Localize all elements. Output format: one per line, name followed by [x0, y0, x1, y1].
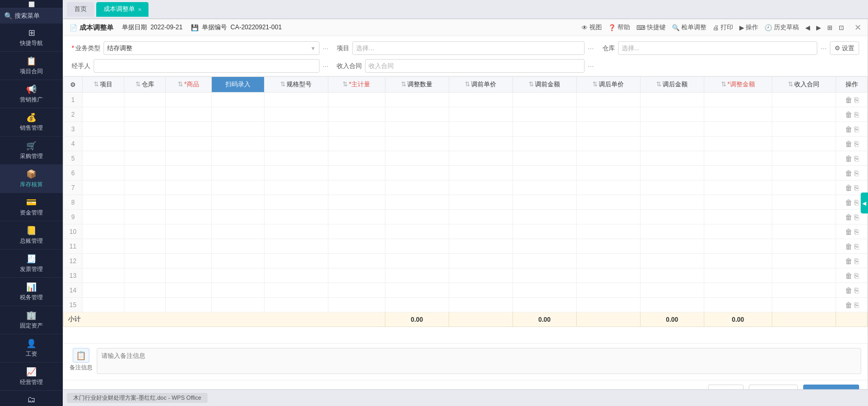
cell-after-amount[interactable]	[640, 107, 704, 122]
cell-project[interactable]	[83, 298, 124, 312]
cell-project[interactable]	[83, 254, 124, 268]
cell-prev-amount[interactable]	[512, 122, 576, 137]
cell-warehouse[interactable]	[124, 151, 166, 166]
tab-close-button[interactable]: ×	[138, 6, 141, 13]
sidebar-item-project-contract[interactable]: 📋 项目合同	[0, 52, 63, 80]
cell-income-contract[interactable]	[772, 210, 836, 224]
cell-income-contract[interactable]	[772, 283, 836, 298]
delete-row-button[interactable]: 🗑	[845, 257, 852, 265]
next-button[interactable]: ▶	[816, 24, 821, 31]
tab-cost-adjust[interactable]: 成本调整单 ×	[96, 2, 149, 17]
col-scan[interactable]: 扫码录入	[211, 77, 264, 93]
print-button[interactable]: 🖨 打印	[713, 23, 733, 32]
expand2-button[interactable]: ⊡	[839, 24, 844, 31]
cell-warehouse[interactable]	[124, 268, 166, 283]
cell-adjust-qty[interactable]	[385, 195, 449, 210]
cell-spec[interactable]	[264, 254, 328, 268]
cell-spec[interactable]	[264, 195, 328, 210]
cell-project[interactable]	[83, 181, 124, 195]
delete-row-button[interactable]: 🗑	[845, 184, 852, 192]
cell-after-price[interactable]	[576, 166, 640, 181]
cell-adjust-qty[interactable]	[385, 239, 449, 254]
cell-adjust-qty[interactable]	[385, 298, 449, 312]
cell-adjust-amount[interactable]	[704, 151, 772, 166]
cell-scan[interactable]	[211, 195, 264, 210]
cell-spec[interactable]	[264, 93, 328, 107]
cell-income-contract[interactable]	[772, 151, 836, 166]
cell-goods[interactable]	[166, 151, 212, 166]
cell-warehouse[interactable]	[124, 283, 166, 298]
cell-prev-price[interactable]	[449, 239, 512, 254]
cell-scan[interactable]	[211, 224, 264, 239]
copy-row-button[interactable]: ⎘	[854, 125, 859, 133]
cell-after-price[interactable]	[576, 283, 640, 298]
taskbar-item[interactable]: 木门行业好业财处理方案-墨红红.doc - WPS Office	[67, 393, 208, 403]
tab-home[interactable]: 首页	[67, 2, 94, 17]
cell-scan[interactable]	[211, 268, 264, 283]
cell-project[interactable]	[83, 93, 124, 107]
cell-prev-price[interactable]	[449, 254, 512, 268]
cell-adjust-qty[interactable]	[385, 107, 449, 122]
cell-income-contract[interactable]	[772, 254, 836, 268]
income-contract-select[interactable]: 收入合同	[365, 59, 585, 73]
copy-row-button[interactable]: ⎘	[854, 110, 859, 119]
cell-spec[interactable]	[264, 224, 328, 239]
handler-dots[interactable]: ···	[323, 62, 329, 70]
cell-adjust-amount[interactable]	[704, 107, 772, 122]
settings-button[interactable]: ⚙ 设置	[830, 41, 859, 55]
cell-scan[interactable]	[211, 254, 264, 268]
cell-warehouse[interactable]	[124, 137, 166, 151]
cell-project[interactable]	[83, 195, 124, 210]
remarks-icon-container[interactable]: 📋 备注信息	[70, 348, 93, 371]
cell-after-amount[interactable]	[640, 254, 704, 268]
copy-row-button[interactable]: ⎘	[854, 301, 859, 309]
sidebar-item-ledger-mgmt[interactable]: 📒 总账管理	[0, 221, 63, 250]
cell-warehouse[interactable]	[124, 195, 166, 210]
cell-prev-amount[interactable]	[512, 195, 576, 210]
cell-warehouse[interactable]	[124, 224, 166, 239]
cell-warehouse[interactable]	[124, 93, 166, 107]
cell-unit[interactable]	[328, 298, 385, 312]
cell-after-price[interactable]	[576, 181, 640, 195]
cell-after-amount[interactable]	[640, 298, 704, 312]
cell-adjust-amount[interactable]	[704, 268, 772, 283]
cell-adjust-amount[interactable]	[704, 137, 772, 151]
cell-after-price[interactable]	[576, 239, 640, 254]
cell-adjust-qty[interactable]	[385, 137, 449, 151]
cell-goods[interactable]	[166, 166, 212, 181]
handler-select[interactable]	[94, 59, 319, 73]
project-select[interactable]: 选择...	[352, 41, 585, 55]
cell-after-amount[interactable]	[640, 181, 704, 195]
cell-goods[interactable]	[166, 254, 212, 268]
cell-scan[interactable]	[211, 283, 264, 298]
cell-goods[interactable]	[166, 181, 212, 195]
cell-after-amount[interactable]	[640, 122, 704, 137]
delete-row-button[interactable]: 🗑	[845, 96, 852, 104]
sidebar-item-sales-promo[interactable]: 📢 营销推广	[0, 80, 63, 108]
copy-row-button[interactable]: ⎘	[854, 272, 859, 280]
cell-prev-price[interactable]	[449, 107, 512, 122]
cell-warehouse[interactable]	[124, 239, 166, 254]
cell-spec[interactable]	[264, 283, 328, 298]
cell-project[interactable]	[83, 122, 124, 137]
cell-unit[interactable]	[328, 283, 385, 298]
cell-scan[interactable]	[211, 181, 264, 195]
delete-row-button[interactable]: 🗑	[845, 301, 852, 309]
cell-prev-amount[interactable]	[512, 93, 576, 107]
sidebar-item-basic-info[interactable]: 🗂 基础信息	[0, 391, 63, 406]
close-panel-button[interactable]: ✕	[854, 22, 861, 32]
copy-row-button[interactable]: ⎘	[854, 242, 859, 251]
sidebar-item-invoice-mgmt[interactable]: 🧾 发票管理	[0, 250, 63, 278]
cell-prev-amount[interactable]	[512, 224, 576, 239]
cell-after-price[interactable]	[576, 268, 640, 283]
cell-prev-price[interactable]	[449, 283, 512, 298]
cell-adjust-amount[interactable]	[704, 254, 772, 268]
cell-spec[interactable]	[264, 181, 328, 195]
cell-after-amount[interactable]	[640, 283, 704, 298]
remarks-input[interactable]	[97, 348, 861, 374]
cell-spec[interactable]	[264, 298, 328, 312]
cell-after-amount[interactable]	[640, 268, 704, 283]
expand1-button[interactable]: ⊞	[827, 24, 832, 31]
cell-project[interactable]	[83, 283, 124, 298]
cell-spec[interactable]	[264, 210, 328, 224]
